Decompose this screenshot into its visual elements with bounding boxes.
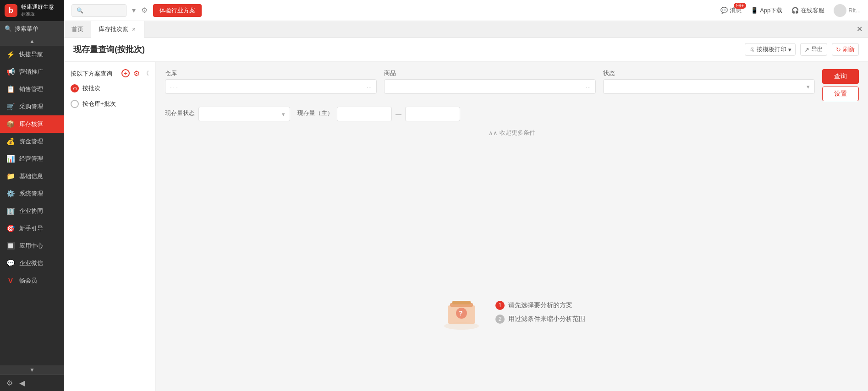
sidebar-item-marketing[interactable]: 📢 营销推广	[0, 63, 64, 81]
sidebar-search[interactable]: 🔍 搜索菜单	[0, 21, 64, 37]
filter-item-label: 按批次	[82, 84, 100, 92]
sidebar-item-system[interactable]: ⚙️ 系统管理	[0, 185, 64, 202]
sidebar-item-wechat[interactable]: 💬 企业微信	[0, 255, 64, 272]
empty-tips: 1 请先选择要分析的方案 2 用过滤条件来缩小分析范围	[495, 301, 585, 324]
sidebar-item-label: 库存核算	[19, 120, 43, 128]
empty-state: ? 1 请先选择要分析的方案 2 用过滤条件来缩小分析范围	[156, 234, 868, 391]
topbar-settings-icon[interactable]: ⚙	[141, 6, 148, 15]
refresh-button[interactable]: ↻ 刷新	[832, 43, 859, 56]
main-content: 🔍 ▾ ⚙ 体验行业方案 💬 消息 99+ 📱 App下载 🎧 在线客服 Rit…	[64, 0, 868, 391]
print-icon: 🖨	[749, 46, 755, 53]
sidebar-item-member[interactable]: V 畅会员	[0, 272, 64, 289]
query-results-area: 仓库 ··· ··· 商品 ···	[156, 62, 868, 391]
sidebar-item-quick-nav[interactable]: ⚡ 快捷导航	[0, 46, 64, 63]
filter-item-by-warehouse-batch[interactable]: 按仓库+批次	[64, 96, 155, 112]
close-icon: ✕	[857, 25, 863, 33]
app-download-button[interactable]: 📱 App下载	[751, 6, 782, 15]
collapse-label: 收起更多条件	[500, 129, 535, 137]
sidebar-item-enterprise[interactable]: 🏢 企业协同	[0, 202, 64, 220]
footer-collapse-icon[interactable]: ◀	[19, 379, 25, 387]
stock-qty-group: 现存量（主） —	[297, 107, 460, 121]
warehouse-filter-group: 仓库 ··· ···	[165, 69, 377, 94]
filter-add-icon[interactable]: +	[121, 69, 130, 77]
sidebar-item-purchase[interactable]: 🛒 采购管理	[0, 98, 64, 115]
sidebar-item-label: 快捷导航	[19, 50, 43, 59]
topbar: 🔍 ▾ ⚙ 体验行业方案 💬 消息 99+ 📱 App下载 🎧 在线客服 Rit…	[64, 0, 868, 21]
sidebar-item-label: 新手引导	[19, 224, 43, 233]
sidebar-item-label: 应用中心	[19, 242, 43, 250]
stock-status-label: 现存量状态	[165, 109, 195, 117]
export-button[interactable]: ↗ 导出	[800, 43, 827, 56]
sidebar-item-newbie[interactable]: 🎯 新手引导	[0, 220, 64, 237]
wechat-icon: 💬	[6, 259, 15, 267]
query-actions: 查询 设置	[822, 69, 859, 101]
status-select[interactable]: ▾	[603, 79, 815, 94]
search-icon: 🔍	[5, 25, 12, 32]
basic-icon: 📁	[6, 172, 15, 180]
sidebar: b 畅康通好生意 标准版 🔍 搜索菜单 ▲ ⚡ 快捷导航 📢 营销推广 📋 销售…	[0, 0, 64, 391]
stock-qty-max-input[interactable]	[405, 107, 460, 121]
sidebar-item-label: 销售管理	[19, 85, 43, 93]
collapse-row[interactable]: ∧∧ 收起更多条件	[165, 127, 859, 139]
warehouse-input[interactable]: ··· ···	[165, 79, 377, 94]
appcenter-icon: 🔲	[6, 242, 15, 250]
tabbar: 首页 库存批次账 × ✕	[64, 21, 868, 38]
user-avatar-area[interactable]: Rit...	[834, 4, 861, 17]
purchase-icon: 🛒	[6, 103, 15, 111]
stock-qty-min-input[interactable]	[337, 107, 392, 121]
tip-1-num: 1	[495, 301, 505, 310]
sidebar-item-label: 畅会员	[19, 277, 37, 285]
content-area: 按以下方案查询 + ⚙ 《 ⊙ 按批次 按仓库+批次	[64, 62, 868, 391]
tip-1-text: 请先选择要分析的方案	[508, 301, 572, 310]
industry-solution-button[interactable]: 体验行业方案	[153, 4, 202, 17]
message-icon: 💬	[720, 7, 728, 14]
app-logo: b	[5, 4, 17, 17]
topbar-dropdown-icon[interactable]: ▾	[132, 6, 136, 15]
sidebar-item-label: 基础信息	[19, 172, 43, 180]
filter-item-by-batch[interactable]: ⊙ 按批次	[64, 81, 155, 96]
tabbar-close[interactable]: ✕	[857, 25, 868, 33]
online-service-button[interactable]: 🎧 在线客服	[791, 6, 824, 15]
sidebar-scroll-down[interactable]: ▼	[0, 365, 64, 375]
sidebar-item-label: 经营管理	[19, 155, 43, 163]
avatar	[834, 4, 846, 17]
warehouse-input-placeholder: ···	[170, 83, 179, 90]
svg-text:?: ?	[459, 310, 463, 317]
page-content: 现存量查询(按批次) 🖨 按模板打印 ▾ ↗ 导出 ↻ 刷新	[64, 38, 868, 391]
status-filter-group: 状态 ▾	[603, 69, 815, 94]
footer-settings-icon[interactable]: ⚙	[6, 379, 13, 387]
stock-status-select[interactable]: ▾	[198, 107, 290, 121]
goods-input[interactable]: ···	[384, 79, 596, 94]
finance-icon: 💰	[6, 137, 15, 146]
status-label: 状态	[603, 69, 815, 77]
tab-home[interactable]: 首页	[64, 21, 91, 38]
sidebar-item-inventory[interactable]: 📦 库存核算	[0, 115, 64, 133]
search-icon: 🔍	[77, 7, 83, 14]
operation-icon: 📊	[6, 155, 15, 163]
sidebar-scroll-up[interactable]: ▲	[0, 37, 64, 46]
filter-settings-icon[interactable]: ⚙	[133, 69, 140, 78]
sidebar-nav: ⚡ 快捷导航 📢 营销推广 📋 销售管理 🛒 采购管理 📦 库存核算 💰 资金管…	[0, 46, 64, 365]
system-icon: ⚙️	[6, 190, 15, 198]
sales-icon: 📋	[6, 85, 15, 93]
messages-badge: 99+	[734, 3, 746, 9]
print-template-button[interactable]: 🖨 按模板打印 ▾	[745, 43, 796, 56]
messages-button[interactable]: 💬 消息 99+	[720, 6, 742, 15]
filter-panel-header: 按以下方案查询 + ⚙ 《	[64, 66, 155, 81]
filter-collapse-icon[interactable]: 《	[143, 69, 149, 78]
sidebar-item-label: 企业微信	[19, 259, 43, 267]
sidebar-item-operation[interactable]: 📊 经营管理	[0, 150, 64, 168]
tab-inventory-batch[interactable]: 库存批次账 ×	[91, 21, 144, 38]
marketing-icon: 📢	[6, 68, 15, 76]
settings-button[interactable]: 设置	[822, 87, 859, 101]
sidebar-item-sales[interactable]: 📋 销售管理	[0, 81, 64, 98]
refresh-icon: ↻	[836, 46, 841, 53]
sidebar-item-appcenter[interactable]: 🔲 应用中心	[0, 237, 64, 255]
tip-2-num: 2	[495, 315, 505, 324]
topbar-search[interactable]: 🔍	[71, 4, 126, 17]
query-button[interactable]: 查询	[822, 69, 859, 84]
sidebar-item-finance[interactable]: 💰 资金管理	[0, 133, 64, 150]
sidebar-item-basic[interactable]: 📁 基础信息	[0, 168, 64, 185]
tab-close-button[interactable]: ×	[131, 26, 137, 33]
stock-status-group: 现存量状态 ▾	[165, 107, 290, 121]
